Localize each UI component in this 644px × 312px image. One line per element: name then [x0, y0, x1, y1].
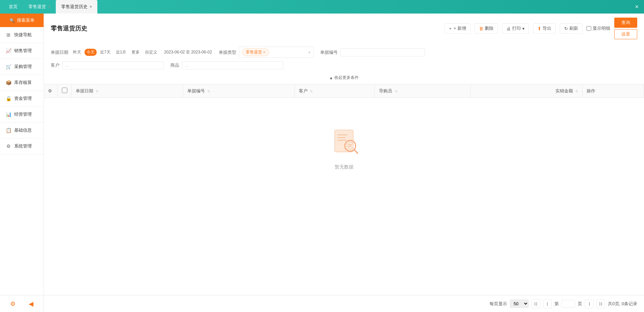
- per-page-select[interactable]: 20 50 100: [510, 299, 529, 308]
- date-opt-more[interactable]: 更多: [129, 49, 142, 56]
- select-all-checkbox[interactable]: [62, 88, 67, 93]
- purchase-mgmt-icon: 🛒: [5, 64, 11, 70]
- refresh-icon: ↻: [564, 26, 568, 31]
- add-button[interactable]: + + 新增: [445, 23, 471, 34]
- sidebar-item-purchase-mgmt[interactable]: 🛒 采购管理: [0, 59, 44, 75]
- svg-point-5: [347, 142, 354, 149]
- sort-amount-icon[interactable]: ⇅: [575, 89, 578, 93]
- customer-filter-input[interactable]: ...: [62, 61, 164, 69]
- show-detail-toggle[interactable]: 显示明细: [587, 25, 610, 31]
- type-filter-select[interactable]: 零售退货 × ▾: [239, 47, 313, 58]
- collapse-bar[interactable]: ▲ 收起更多条件: [51, 73, 637, 83]
- pagination-bar: 每页显示 20 50 100 ⟨⟨ ⟨ 第 1 页 ⟩ ⟩⟩ 共0页, 0条记录: [44, 295, 644, 312]
- show-detail-checkbox[interactable]: [587, 26, 591, 31]
- setting-button[interactable]: 设置: [614, 29, 637, 39]
- customer-filter: 客户 ...: [51, 61, 164, 69]
- type-tag-close[interactable]: ×: [263, 50, 265, 54]
- svg-rect-3: [337, 140, 347, 141]
- th-guide: 导购员 ⇅: [375, 84, 471, 98]
- sort-guide-icon[interactable]: ⇅: [395, 89, 398, 93]
- toolbar: + + 新增 🗑 删除 🖨 打印 ▾ ⬆ 导出: [445, 18, 637, 39]
- sort-customer-icon[interactable]: ⇅: [310, 89, 313, 93]
- page-header: 零售退货历史 + + 新增 🗑 删除 🖨 打印 ▾: [44, 14, 644, 84]
- content-area: 零售退货历史 + + 新增 🗑 删除 🖨 打印 ▾: [44, 14, 644, 312]
- print-button[interactable]: 🖨 打印 ▾: [502, 23, 529, 34]
- tab-retail-return[interactable]: 零售退货 ×: [23, 0, 56, 14]
- empty-illustration: [327, 125, 361, 159]
- filter-area: 单据日期 昨天 今天 近7天 近1月 更多 自定义 2023-06-02 至 2…: [51, 43, 637, 83]
- main-layout: 🔍 搜索菜单 ⊞ 快捷导航 📈 销售管理 🛒 采购管理 📦 库存核算 🔒: [0, 14, 644, 312]
- type-filter: 单据类型 零售退货 × ▾: [219, 47, 313, 58]
- query-button[interactable]: 查询: [614, 18, 637, 28]
- docno-filter-input[interactable]: [340, 48, 425, 57]
- close-retail-return-tab[interactable]: ×: [48, 4, 50, 9]
- type-select-arrow: ▾: [308, 50, 310, 55]
- per-page-label: 每页显示: [490, 301, 507, 307]
- sidebar-search[interactable]: 🔍 搜索菜单: [0, 14, 44, 27]
- page-suffix: 页: [578, 301, 582, 307]
- th-amount: 实销金额 ⇅: [471, 84, 582, 98]
- type-tag: 零售退货 ×: [242, 48, 269, 56]
- export-button[interactable]: ⬆ 导出: [533, 23, 556, 34]
- date-opt-today[interactable]: 今天: [85, 49, 97, 56]
- empty-text: 暂无数据: [335, 164, 354, 170]
- collapse-sidebar-icon[interactable]: ◀: [29, 300, 33, 308]
- delete-icon: 🗑: [479, 26, 483, 31]
- sidebar-item-inventory[interactable]: 📦 库存核算: [0, 75, 44, 91]
- last-page-button[interactable]: ⟩⟩: [596, 299, 605, 308]
- table-head: ⚙ 单据日期 ⇅ 单据编号 ⇅: [44, 84, 644, 98]
- goods-filter-input[interactable]: ...: [182, 61, 283, 69]
- next-page-button[interactable]: ⟩: [585, 299, 594, 308]
- th-setting: ⚙: [44, 84, 57, 98]
- settings-bottom-icon[interactable]: ⚙: [10, 300, 16, 308]
- type-filter-label: 单据类型: [219, 49, 236, 55]
- filter-row-1: 单据日期 昨天 今天 近7天 近1月 更多 自定义 2023-06-02 至 2…: [51, 47, 637, 58]
- sidebar-item-sales-mgmt[interactable]: 📈 销售管理: [0, 43, 44, 59]
- operations-icon: 📊: [5, 111, 11, 117]
- table-container: ⚙ 单据日期 ⇅ 单据编号 ⇅: [44, 84, 644, 295]
- sidebar-item-quick-nav[interactable]: ⊞ 快捷导航: [0, 27, 44, 43]
- close-retail-return-history-tab[interactable]: ×: [90, 4, 92, 9]
- column-setting-icon[interactable]: ⚙: [48, 88, 52, 93]
- date-range-value: 2023-06-02 至 2023-06-02: [164, 49, 212, 55]
- system-icon: ⚙: [5, 143, 11, 149]
- finance-icon: 🔒: [5, 95, 11, 102]
- data-table: ⚙ 单据日期 ⇅ 单据编号 ⇅: [44, 84, 644, 98]
- prev-page-button[interactable]: ⟨: [543, 299, 552, 308]
- page-title-row: 零售退货历史 + + 新增 🗑 删除 🖨 打印 ▾: [51, 18, 637, 39]
- page-input[interactable]: 1: [562, 300, 575, 308]
- refresh-button[interactable]: ↻ 刷新: [560, 23, 582, 34]
- date-opt-custom[interactable]: 自定义: [143, 49, 159, 56]
- th-action: 操作: [582, 84, 644, 98]
- sidebar-bottom: ⚙ ◀: [0, 295, 44, 312]
- tab-home[interactable]: 首页: [3, 0, 23, 14]
- svg-rect-2: [337, 137, 345, 138]
- svg-line-6: [354, 150, 358, 153]
- sidebar: 🔍 搜索菜单 ⊞ 快捷导航 📈 销售管理 🛒 采购管理 📦 库存核算 🔒: [0, 14, 44, 312]
- sidebar-item-operations[interactable]: 📊 经营管理: [0, 107, 44, 122]
- sort-doc-no-icon[interactable]: ⇅: [207, 89, 210, 93]
- sales-mgmt-icon: 📈: [5, 48, 11, 54]
- docno-filter-label: 单据编号: [320, 49, 338, 55]
- sidebar-item-finance[interactable]: 🔒 资金管理: [0, 91, 44, 107]
- date-filter: 单据日期 昨天 今天 近7天 近1月 更多 自定义 2023-06-02 至 2…: [51, 49, 212, 56]
- date-filter-label: 单据日期: [51, 49, 68, 55]
- search-icon: 🔍: [9, 18, 15, 23]
- window-close-button[interactable]: ×: [629, 3, 644, 10]
- basic-info-icon: 📋: [5, 127, 11, 133]
- add-icon: +: [449, 26, 452, 31]
- sort-doc-date-icon[interactable]: ⇅: [96, 89, 98, 93]
- date-opt-yesterday[interactable]: 昨天: [71, 49, 83, 56]
- th-checkbox: [57, 84, 71, 98]
- page-title: 零售退货历史: [51, 24, 87, 32]
- date-opt-7days[interactable]: 近7天: [98, 49, 113, 56]
- query-setting-group: 查询 设置: [614, 18, 637, 39]
- delete-button[interactable]: 🗑 删除: [475, 23, 498, 34]
- sidebar-item-system[interactable]: ⚙ 系统管理: [0, 138, 44, 154]
- tab-retail-return-history[interactable]: 零售退货历史 ×: [56, 0, 97, 14]
- export-icon: ⬆: [538, 26, 541, 31]
- sidebar-item-basic-info[interactable]: 📋 基础信息: [0, 122, 44, 138]
- top-bar: 首页 零售退货 × 零售退货历史 × ×: [0, 0, 644, 14]
- date-opt-1month[interactable]: 近1月: [114, 49, 128, 56]
- first-page-button[interactable]: ⟨⟨: [531, 299, 540, 308]
